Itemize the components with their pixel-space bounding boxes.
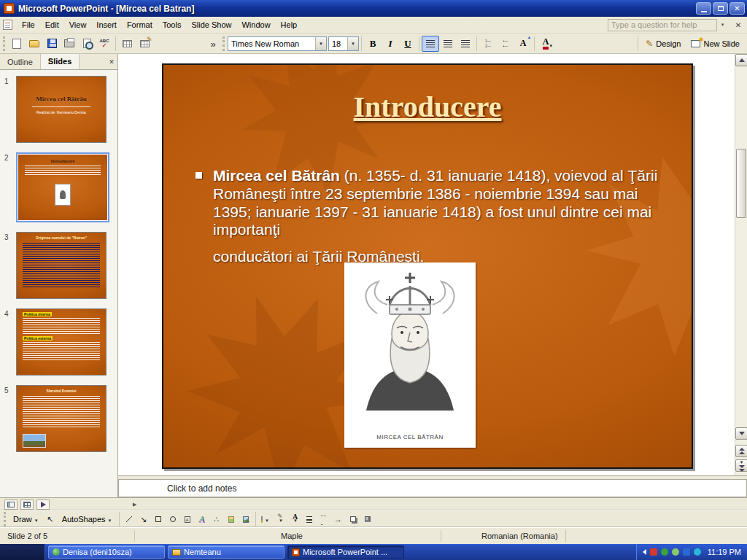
autoshapes-menu-button[interactable]: AutoShapes — [58, 513, 117, 526]
save-button[interactable] — [43, 36, 61, 52]
thumb-5-title: Sfarsitul Domniei — [17, 389, 106, 393]
taskbar-item-denisa[interactable]: Denisa (deni10sza) — [48, 545, 165, 559]
close-document-button[interactable] — [732, 19, 744, 31]
align-center-button[interactable] — [439, 36, 457, 52]
notes-pane[interactable]: Click to add notes — [118, 479, 747, 497]
previous-slide-button[interactable] — [735, 445, 747, 457]
menu-tools[interactable]: Tools — [158, 18, 187, 31]
portrait-image[interactable]: MIRCEA CEL BĂTRÂN — [344, 262, 476, 448]
scroll-up-button[interactable] — [735, 54, 747, 66]
menu-edit[interactable]: Edit — [40, 18, 64, 31]
minimize-button[interactable] — [696, 2, 711, 15]
slide-5-thumbnail[interactable]: Sfarsitul Domniei — [16, 385, 107, 452]
tray-icon-cyan[interactable] — [694, 548, 701, 556]
slide-scrollbar[interactable] — [735, 54, 747, 475]
close-pane-button[interactable] — [106, 54, 117, 69]
taskbar-item-nemteanu[interactable]: Nemteanu — [168, 545, 285, 559]
dash-style-button[interactable] — [317, 513, 331, 526]
tray-chevron-icon[interactable] — [643, 549, 646, 555]
menu-format[interactable]: Format — [122, 18, 158, 31]
arrow-tool-button[interactable] — [136, 513, 151, 526]
tray-icon-red[interactable] — [650, 548, 657, 556]
tray-icon-green[interactable] — [661, 548, 668, 556]
font-color-dropdown-icon[interactable] — [549, 37, 553, 50]
drawing-toolbar-grip[interactable] — [4, 512, 6, 526]
select-objects-button[interactable] — [43, 513, 58, 526]
help-search-input[interactable] — [608, 19, 717, 31]
new-document-button[interactable] — [8, 36, 26, 52]
scrollbar-thumb[interactable] — [736, 149, 746, 218]
menu-slideshow[interactable]: Slide Show — [186, 18, 236, 31]
insert-picture-button[interactable] — [239, 513, 253, 526]
oval-tool-button[interactable] — [166, 513, 180, 526]
font-color-button-2[interactable] — [287, 513, 302, 526]
underline-button[interactable]: U — [399, 36, 417, 52]
menu-window[interactable]: Window — [236, 18, 275, 31]
tray-icon-lightgreen[interactable] — [672, 548, 679, 556]
line-color-button[interactable] — [273, 513, 287, 526]
slide-sorter-view-button[interactable] — [20, 499, 34, 510]
rectangle-tool-button[interactable] — [151, 513, 166, 526]
align-left-button[interactable] — [422, 36, 439, 52]
numbering-button[interactable]: 1— 2— — [479, 36, 497, 52]
document-icon[interactable] — [3, 20, 12, 30]
menu-view[interactable]: View — [64, 18, 92, 31]
bold-button[interactable]: B — [364, 36, 382, 52]
line-style-button[interactable] — [302, 513, 317, 526]
tables-borders-button[interactable] — [136, 36, 153, 52]
draw-menu-button[interactable]: Draw — [9, 513, 43, 526]
menu-file[interactable]: File — [17, 18, 40, 31]
tab-outline[interactable]: Outline — [0, 54, 41, 69]
toolbar-options-button[interactable] — [204, 36, 222, 52]
taskbar-left-segment[interactable] — [0, 544, 45, 560]
normal-view-button[interactable] — [4, 499, 18, 510]
increase-font-button[interactable]: A — [514, 36, 532, 52]
font-size-combo[interactable]: 18 — [328, 36, 359, 51]
slide-4-thumbnail[interactable]: Politica interna Politica externa — [16, 308, 107, 376]
restore-button[interactable] — [713, 2, 728, 15]
toolbar-grip-2[interactable] — [222, 36, 225, 51]
slide-2-thumbnail-selected[interactable]: Introducere — [16, 152, 109, 222]
line-tool-button[interactable] — [122, 513, 136, 526]
bullets-button[interactable]: •— •— — [497, 36, 514, 52]
wordart-button[interactable] — [195, 513, 209, 526]
slideshow-view-button[interactable] — [36, 499, 50, 510]
slide-title[interactable]: Introducere — [163, 90, 692, 124]
font-size-dropdown-icon[interactable] — [347, 37, 358, 50]
toolbar-grip[interactable] — [3, 36, 5, 51]
3d-style-button[interactable] — [360, 513, 375, 526]
tray-icon-blue[interactable] — [683, 548, 690, 556]
diagram-button[interactable] — [209, 513, 224, 526]
arrow-style-button[interactable] — [331, 513, 346, 526]
next-slide-button[interactable] — [735, 459, 747, 472]
close-button[interactable] — [729, 2, 745, 15]
design-button[interactable]: Design — [640, 36, 686, 52]
font-name-combo[interactable]: Times New Roman — [228, 36, 327, 51]
taskbar-item-powerpoint[interactable]: Microsoft PowerPoint ... — [287, 545, 404, 559]
scroll-down-button[interactable] — [735, 427, 747, 440]
spelling-button[interactable]: ABC — [96, 36, 113, 52]
open-button[interactable] — [26, 36, 43, 52]
text-box-button[interactable] — [180, 513, 195, 526]
current-slide[interactable]: Introducere Mircea cel Bătrân (n. 1355- … — [162, 63, 693, 469]
menu-insert[interactable]: Insert — [91, 18, 122, 31]
pane-scroll-arrow-icon[interactable] — [133, 501, 136, 508]
slide-1-thumbnail[interactable]: Mircea cel Bătrân Realizat de: Nemteanu … — [16, 76, 107, 143]
align-right-button[interactable] — [457, 36, 474, 52]
clip-art-button[interactable] — [224, 513, 239, 526]
slide-3-thumbnail[interactable]: Originea numelui de "Batran" — [16, 232, 107, 299]
font-name-dropdown-icon[interactable] — [315, 37, 326, 50]
tab-slides[interactable]: Slides — [41, 54, 80, 69]
new-slide-button[interactable]: New Slide — [686, 36, 745, 52]
insert-table-button[interactable] — [118, 36, 136, 52]
slide-body-text[interactable]: Mircea cel Bătrân (n. 1355- d. 31 ianuar… — [213, 167, 664, 266]
font-color-button[interactable]: A — [537, 36, 559, 52]
italic-button[interactable]: I — [382, 36, 399, 52]
fill-color-button[interactable] — [258, 513, 273, 526]
print-preview-button[interactable] — [78, 36, 96, 52]
print-button[interactable] — [61, 36, 78, 52]
help-dropdown-icon[interactable] — [717, 19, 728, 31]
align-center-icon — [444, 40, 452, 47]
shadow-style-button[interactable] — [346, 513, 360, 526]
menu-help[interactable]: Help — [276, 18, 303, 31]
